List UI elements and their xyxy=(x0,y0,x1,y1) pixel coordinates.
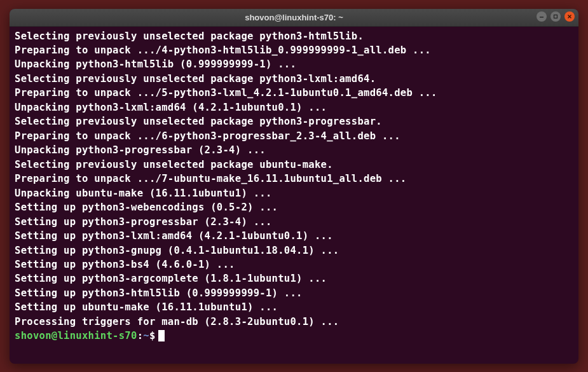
svg-rect-1 xyxy=(554,15,557,18)
terminal-line: Unpacking ubuntu-make (16.11.1ubuntu1) .… xyxy=(15,186,573,200)
window-title: shovon@linuxhint-s70: ~ xyxy=(245,13,343,22)
terminal-line: Unpacking python3-progressbar (2.3-4) ..… xyxy=(15,143,573,157)
terminal-line: Setting up python3-progressbar (2.3-4) .… xyxy=(15,215,573,229)
prompt-path: ~ xyxy=(143,330,149,341)
prompt-symbol: $ xyxy=(149,330,156,341)
maximize-button[interactable] xyxy=(550,11,561,22)
terminal-line: Setting up python3-gnupg (0.4.1-1ubuntu1… xyxy=(15,244,573,258)
terminal-line: Selecting previously unselected package … xyxy=(15,158,573,172)
terminal-line: Setting up ubuntu-make (16.11.1ubuntu1) … xyxy=(15,300,573,314)
terminal-window: shovon@linuxhint-s70: ~ Selecting previo… xyxy=(10,9,578,364)
minimize-icon xyxy=(539,14,544,19)
terminal-output: Selecting previously unselected package … xyxy=(15,29,573,329)
terminal-line: Setting up python3-bs4 (4.6.0-1) ... xyxy=(15,258,573,272)
window-controls xyxy=(537,11,575,22)
prompt-separator: : xyxy=(137,330,144,341)
terminal-line: Processing triggers for man-db (2.8.3-2u… xyxy=(15,315,573,329)
terminal-line: Setting up python3-webencodings (0.5-2) … xyxy=(15,200,573,214)
terminal-line: Unpacking python3-lxml:amd64 (4.2.1-1ubu… xyxy=(15,100,573,114)
terminal-line: Setting up python3-argcomplete (1.8.1-1u… xyxy=(15,272,573,286)
terminal-line: Setting up python3-html5lib (0.999999999… xyxy=(15,286,573,300)
minimize-button[interactable] xyxy=(537,11,547,22)
terminal-line: Selecting previously unselected package … xyxy=(15,29,573,43)
terminal-line: Selecting previously unselected package … xyxy=(15,114,573,128)
terminal-line: Setting up python3-lxml:amd64 (4.2.1-1ub… xyxy=(15,229,573,243)
prompt-line: shovon@linuxhint-s70:~$ xyxy=(15,329,573,343)
maximize-icon xyxy=(553,14,558,19)
close-icon xyxy=(567,14,572,19)
close-button[interactable] xyxy=(564,11,575,22)
terminal-line: Selecting previously unselected package … xyxy=(15,72,573,86)
terminal-line: Unpacking python3-html5lib (0.999999999-… xyxy=(15,57,573,71)
terminal-line: Preparing to unpack .../5-python3-lxml_4… xyxy=(15,86,573,100)
terminal-line: Preparing to unpack .../7-ubuntu-make_16… xyxy=(15,172,573,186)
terminal-body[interactable]: Selecting previously unselected package … xyxy=(10,27,578,364)
terminal-line: Preparing to unpack .../4-python3-html5l… xyxy=(15,43,573,57)
prompt-user-host: shovon@linuxhint-s70 xyxy=(15,330,137,341)
terminal-line: Preparing to unpack .../6-python3-progre… xyxy=(15,129,573,143)
titlebar: shovon@linuxhint-s70: ~ xyxy=(10,9,578,27)
cursor xyxy=(158,330,165,341)
